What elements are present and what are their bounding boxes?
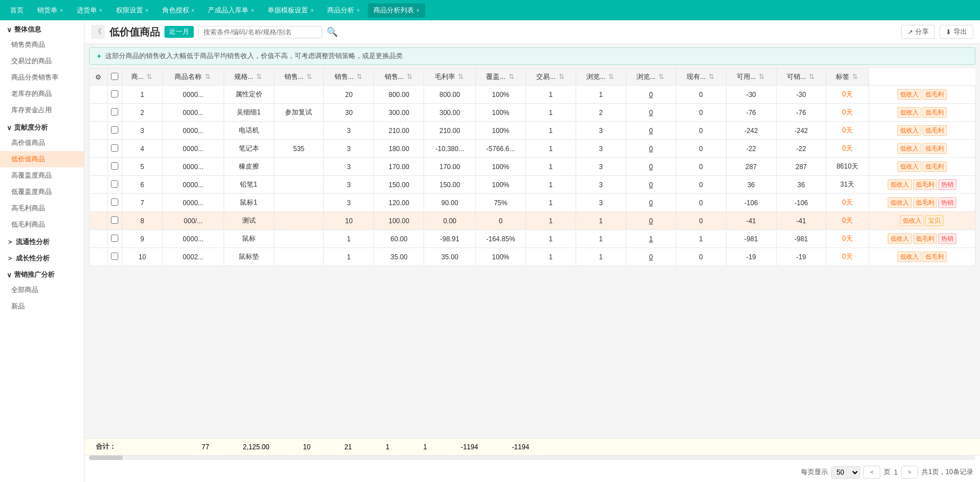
collapse-button[interactable]: 《	[91, 25, 105, 39]
cell-checkbox[interactable]	[108, 212, 122, 230]
cell-sales-price: 150.00	[424, 176, 476, 194]
first-page-button[interactable]: ＜	[863, 466, 880, 479]
sidebar-item-all-products[interactable]: 全部商品	[0, 282, 84, 298]
search-button[interactable]: 🔍	[327, 26, 338, 37]
cell-name: 属性定价	[224, 86, 274, 104]
cell-checkbox[interactable]	[108, 140, 122, 158]
tag-badge: 低收入	[897, 143, 921, 154]
cell-checkbox[interactable]	[108, 194, 122, 212]
sidebar-item-high-coverage[interactable]: 高覆盖度商品	[0, 167, 84, 184]
row-checkbox[interactable]	[111, 108, 118, 116]
sidebar-item-category-sales-rate[interactable]: 商品分类销售率	[0, 69, 84, 86]
nav-sales-order[interactable]: 销货单 ×	[32, 3, 69, 17]
sidebar-item-low-coverage[interactable]: 低覆盖度商品	[0, 184, 84, 200]
browse-link[interactable]: 1	[649, 235, 653, 243]
browse-link[interactable]: 0	[649, 199, 653, 207]
share-button[interactable]: ↗ 分享	[901, 25, 935, 39]
page-label: 页	[884, 467, 890, 477]
cell-browse2: 1	[676, 230, 726, 248]
row-checkbox[interactable]	[111, 180, 118, 188]
browse-link[interactable]: 0	[649, 253, 653, 261]
close-icon[interactable]: ×	[191, 7, 195, 14]
export-button[interactable]: ⬇ 导出	[939, 25, 973, 39]
nav-purchase-order[interactable]: 进货单 ×	[71, 3, 108, 17]
cell-browse1: 0	[626, 212, 676, 230]
sidebar-item-low-margin[interactable]: 低毛利商品	[0, 216, 84, 233]
select-all-checkbox[interactable]	[111, 73, 118, 80]
browse-link[interactable]: 0	[649, 217, 653, 225]
sidebar-item-new-products[interactable]: 新品	[0, 298, 84, 315]
browse-link[interactable]: 0	[649, 181, 653, 189]
cell-tags: 低收入低毛利	[868, 158, 975, 176]
search-input[interactable]	[198, 26, 322, 38]
col-sales-price: 销售... ⇅	[374, 69, 424, 86]
cell-num: 10	[122, 248, 163, 266]
browse-link[interactable]: 0	[649, 127, 653, 135]
cell-browse1: 0	[626, 248, 676, 266]
close-icon[interactable]: ×	[60, 7, 63, 14]
close-icon[interactable]: ×	[357, 7, 360, 14]
row-checkbox[interactable]	[111, 90, 118, 98]
sidebar-group-overview[interactable]: ∨ 整体信息	[0, 20, 84, 37]
nav-permissions[interactable]: 权限设置 ×	[110, 3, 154, 17]
sidebar-group-marketing[interactable]: ∨ 营销推广分析	[0, 266, 84, 282]
close-icon[interactable]: ×	[251, 7, 254, 14]
page-size-select[interactable]: 50 100 200	[831, 466, 860, 479]
nav-role-auth[interactable]: 角色授权 ×	[157, 3, 201, 17]
sidebar-item-traded-products[interactable]: 交易过的商品	[0, 53, 84, 69]
sidebar-item-high-margin[interactable]: 高毛利商品	[0, 200, 84, 216]
row-checkbox[interactable]	[111, 144, 118, 152]
sidebar-item-old-stock[interactable]: 老库存的商品	[0, 86, 84, 102]
row-checkbox[interactable]	[111, 216, 118, 224]
col-transaction: 交易... ⇅	[525, 69, 576, 86]
cell-checkbox[interactable]	[108, 122, 122, 140]
total-info: 共1页，10条记录	[921, 467, 973, 477]
cell-transaction: 1	[576, 248, 626, 266]
nav-home[interactable]: 首页	[5, 3, 29, 17]
cell-sellable: 0天	[826, 104, 868, 122]
row-checkbox[interactable]	[111, 162, 118, 170]
nav-template-settings[interactable]: 单据模板设置 ×	[262, 3, 319, 17]
cell-checkbox[interactable]	[108, 230, 122, 248]
sidebar-item-stock-capital[interactable]: 库存资金占用	[0, 102, 84, 118]
browse-link[interactable]: 0	[649, 145, 653, 153]
cell-checkbox[interactable]	[108, 158, 122, 176]
cell-checkbox[interactable]	[108, 86, 122, 104]
cell-sales-amount: 300.00	[374, 104, 424, 122]
alert-icon: ✦	[96, 52, 102, 60]
cell-sales-amount: 120.00	[374, 194, 424, 212]
cell-checkbox[interactable]	[108, 104, 122, 122]
sidebar-group-contribution[interactable]: ∨ 贡献度分析	[0, 118, 84, 135]
sidebar-group-growth[interactable]: ＞ 成长性分析	[0, 249, 84, 266]
nav-product-analysis[interactable]: 商品分析 ×	[322, 3, 366, 17]
tag-badge: 低收入	[897, 161, 921, 172]
filter-tag-button[interactable]: 近一月	[164, 26, 194, 38]
close-icon[interactable]: ×	[99, 7, 103, 14]
browse-link[interactable]: 0	[649, 109, 653, 117]
close-icon[interactable]: ×	[416, 7, 420, 14]
cell-transaction: 1	[576, 230, 626, 248]
cell-sales-amount: 180.00	[374, 140, 424, 158]
scrollbar-track[interactable]	[89, 456, 975, 460]
tag-badge: 热销	[938, 179, 956, 190]
row-checkbox[interactable]	[111, 235, 118, 242]
cell-checkbox[interactable]	[108, 248, 122, 266]
cell-transaction: 3	[576, 122, 626, 140]
next-page-button[interactable]: ＞	[901, 466, 918, 479]
sidebar-item-sales-products[interactable]: 销售类商品	[0, 37, 84, 53]
row-checkbox[interactable]	[111, 198, 118, 206]
nav-product-analysis-list[interactable]: 商品分析列表 ×	[368, 3, 425, 17]
sidebar-item-high-value[interactable]: 高价值商品	[0, 135, 84, 151]
scrollbar-thumb[interactable]	[89, 456, 123, 460]
sidebar-group-circulation[interactable]: ＞ 流通性分析	[0, 233, 84, 249]
browse-link[interactable]: 0	[649, 163, 653, 171]
browse-link[interactable]: 0	[649, 91, 653, 99]
cell-checkbox[interactable]	[108, 176, 122, 194]
nav-product-instock[interactable]: 产成品入库单 ×	[202, 3, 260, 17]
sidebar-item-low-value[interactable]: 低价值商品	[0, 151, 84, 167]
row-checkbox[interactable]	[111, 253, 118, 260]
close-icon[interactable]: ×	[310, 7, 314, 14]
cell-transaction: 1	[576, 212, 626, 230]
close-icon[interactable]: ×	[145, 7, 149, 14]
row-checkbox[interactable]	[111, 126, 118, 134]
